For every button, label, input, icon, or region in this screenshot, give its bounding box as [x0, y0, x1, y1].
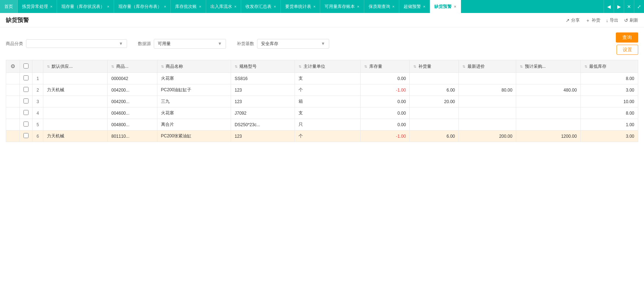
latest-price-cell: [459, 107, 516, 119]
tab-expand-button[interactable]: ⤢: [634, 0, 644, 13]
tab-close-overstock[interactable]: ×: [423, 4, 425, 9]
tab-close-expiry-query[interactable]: ×: [392, 4, 395, 9]
share-action[interactable]: ↗ 分享: [566, 17, 580, 23]
row-checkbox[interactable]: [23, 122, 29, 127]
row-checkbox[interactable]: [23, 110, 29, 115]
row-checkbox-cell[interactable]: [20, 119, 32, 131]
tab-item-batch-account[interactable]: 库存批次账×: [171, 0, 206, 13]
th-latest-price[interactable]: ⇅ 最新进价: [459, 60, 516, 73]
tab-prev-button[interactable]: ◀: [604, 0, 614, 13]
th-default-supplier[interactable]: ⇅ 默认供应...: [43, 60, 108, 73]
spec-model-cell: J7092: [231, 107, 295, 119]
replenish-base-label: 补货基数: [237, 41, 254, 47]
tab-item-inout-flow[interactable]: 出入库流水×: [206, 0, 241, 13]
tab-close-abnormal[interactable]: ×: [50, 4, 52, 9]
tab-item-abnormal[interactable]: 拣货异常处理×: [18, 0, 57, 13]
table-row[interactable]: 4004600...火花塞J7092支0.008.00: [6, 107, 638, 119]
stock-qty-cell: 0.00: [361, 107, 410, 119]
header-checkbox[interactable]: [23, 63, 29, 69]
tab-close-available-ledger[interactable]: ×: [357, 4, 359, 9]
tab-item-available-ledger[interactable]: 可用量库存账本×: [320, 0, 364, 13]
latest-price-cell: [459, 73, 516, 84]
tab-close-receive-summary[interactable]: ×: [274, 4, 276, 9]
table-row[interactable]: 3004200...三九123箱0.0020.0010.00: [6, 96, 638, 107]
th-spec-model[interactable]: ⇅ 规格型号: [231, 60, 295, 73]
row-checkbox-cell[interactable]: [20, 96, 32, 107]
stock-qty-cell: -1.00: [361, 84, 410, 96]
query-button[interactable]: 查询: [616, 32, 638, 43]
tab-item-order-stats[interactable]: 要货单统计表×: [281, 0, 320, 13]
product-code-cell: 0000042: [108, 73, 157, 84]
tab-close-inventory-dist[interactable]: ×: [164, 4, 166, 9]
stock-qty-cell: 0.00: [361, 73, 410, 84]
replenish-qty-cell: [410, 119, 459, 131]
tab-item-overstock[interactable]: 超储预警×: [399, 0, 430, 13]
row-checkbox[interactable]: [23, 98, 29, 103]
tab-close-inout-flow[interactable]: ×: [234, 4, 236, 9]
replenish-qty-cell: 6.00: [410, 84, 459, 96]
sort-icon: ⇅: [462, 65, 465, 69]
th-stock-qty[interactable]: ⇅ 库存量: [361, 60, 410, 73]
product-name-cell: 火花塞: [157, 73, 231, 84]
refresh-action[interactable]: ↺ 刷新: [624, 17, 638, 23]
row-checkbox-cell[interactable]: [20, 73, 32, 84]
row-checkbox[interactable]: [23, 75, 29, 80]
th-unit[interactable]: ⇅ 主计量单位: [295, 60, 361, 73]
tab-next-button[interactable]: ▶: [614, 0, 624, 13]
table-row[interactable]: 2力天机械004200...PC200油缸缸子123个-1.006.0080.0…: [6, 84, 638, 96]
table-row[interactable]: 10000042火花塞SS816支0.008.00: [6, 73, 638, 84]
table-row[interactable]: 6力天机械801110...PC200张紧油缸123个-1.006.00200.…: [6, 131, 638, 142]
tab-item-expiry-query[interactable]: 保质期查询×: [364, 0, 399, 13]
replenish-action[interactable]: ＋ 补货: [586, 17, 600, 24]
est-purchase-cell: [516, 119, 580, 131]
row-checkbox[interactable]: [23, 133, 29, 138]
settings-button[interactable]: 设置: [617, 45, 638, 55]
tab-item-home[interactable]: 首页: [0, 0, 18, 13]
row-number: 2: [32, 84, 43, 96]
sort-icon: ⇅: [413, 65, 416, 69]
th-min-stock[interactable]: ⇅ 最低库存: [580, 60, 638, 73]
th-product-code[interactable]: ⇅ 商品...: [108, 60, 157, 73]
replenish-base-chevron-icon: ▼: [321, 41, 325, 46]
tab-close-shortage[interactable]: ×: [454, 4, 456, 9]
tab-close-inventory-status[interactable]: ×: [107, 4, 109, 9]
tab-close-batch-account[interactable]: ×: [199, 4, 201, 9]
replenish-qty-cell: [410, 107, 459, 119]
row-gear-cell: [6, 84, 20, 96]
table-row[interactable]: 5004800...离合片DS250*23c...只0.001.00: [6, 119, 638, 131]
tab-item-inventory-status[interactable]: 现存量（库存状况表）×: [57, 0, 114, 13]
th-checkbox[interactable]: [20, 60, 32, 73]
row-checkbox-cell[interactable]: [20, 107, 32, 119]
replenish-base-select[interactable]: 安全库存 ▼: [257, 39, 329, 49]
th-replenish-qty[interactable]: ⇅ 补货量: [410, 60, 459, 73]
min-stock-cell: 3.00: [580, 84, 638, 96]
export-action[interactable]: ↓ 导出: [606, 17, 619, 23]
spec-model-cell: DS250*23c...: [231, 119, 295, 131]
sort-icon: ⇅: [299, 65, 301, 69]
tab-item-shortage[interactable]: 缺货预警×: [430, 0, 461, 13]
spec-model-cell: SS816: [231, 73, 295, 84]
gear-icon[interactable]: ⚙: [10, 63, 15, 69]
unit-cell: 支: [295, 73, 361, 84]
data-table: ⚙ ⇅ 默认供应... ⇅ 商品... ⇅: [6, 60, 638, 142]
tab-close-all-button[interactable]: ✕: [624, 0, 634, 13]
datasource-value: 可用量: [158, 41, 171, 47]
tab-item-receive-summary[interactable]: 收发存汇总表×: [241, 0, 280, 13]
category-select[interactable]: ▼: [26, 39, 127, 48]
row-checkbox-cell[interactable]: [20, 84, 32, 96]
latest-price-cell: 80.00: [459, 84, 516, 96]
datasource-select[interactable]: 可用量 ▼: [154, 39, 226, 49]
th-product-name[interactable]: ⇅ 商品名称: [157, 60, 231, 73]
sort-icon: ⇅: [584, 65, 587, 69]
spec-model-cell: 123: [231, 84, 295, 96]
row-checkbox-cell[interactable]: [20, 131, 32, 142]
th-est-purchase[interactable]: ⇅ 预计采购...: [516, 60, 580, 73]
est-purchase-cell: [516, 73, 580, 84]
th-gear[interactable]: ⚙: [6, 60, 20, 73]
replenish-qty-cell: [410, 73, 459, 84]
tab-item-inventory-dist[interactable]: 现存量（库存分布表）×: [114, 0, 171, 13]
tab-close-order-stats[interactable]: ×: [313, 4, 316, 9]
row-checkbox[interactable]: [23, 87, 29, 92]
th-row-num: [32, 60, 43, 73]
latest-price-cell: 200.00: [459, 131, 516, 142]
